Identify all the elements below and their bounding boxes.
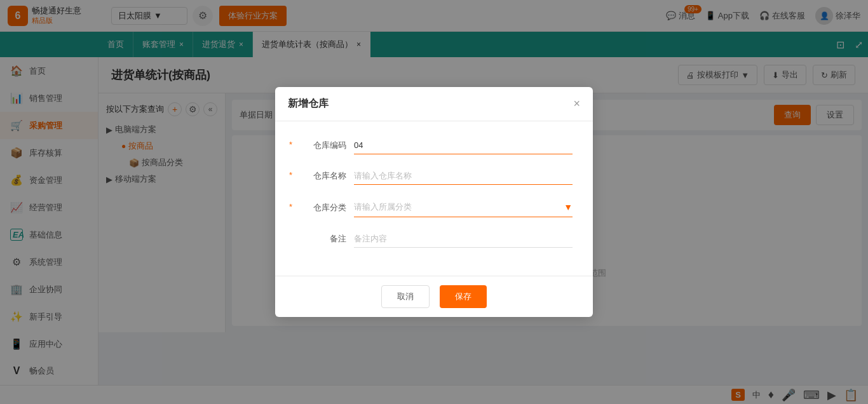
form-row-note: 备注 bbox=[295, 230, 573, 248]
form-row-category: 仓库分类 请输入所属分类 ▼ bbox=[295, 198, 573, 217]
modal-title: 新增仓库 bbox=[288, 97, 329, 111]
save-button[interactable]: 保存 bbox=[440, 285, 487, 308]
code-input[interactable] bbox=[354, 137, 573, 154]
chevron-down-icon: ▼ bbox=[564, 202, 573, 212]
note-label: 备注 bbox=[295, 233, 346, 245]
note-input[interactable] bbox=[354, 230, 573, 248]
name-input[interactable] bbox=[354, 167, 573, 185]
modal-footer: 取消 保存 bbox=[275, 276, 593, 317]
form-row-code: 仓库编码 bbox=[295, 137, 573, 154]
modal-header: 新增仓库 × bbox=[275, 87, 593, 121]
category-placeholder: 请输入所属分类 bbox=[354, 201, 564, 213]
category-label: 仓库分类 bbox=[295, 202, 346, 213]
modal-body: 仓库编码 仓库名称 仓库分类 请输入所属分类 ▼ 备注 bbox=[275, 121, 593, 276]
new-warehouse-modal: 新增仓库 × 仓库编码 仓库名称 仓库分类 请输入所属分类 ▼ 备注 取消 bbox=[275, 87, 593, 317]
name-label: 仓库名称 bbox=[295, 170, 346, 182]
category-select[interactable]: 请输入所属分类 ▼ bbox=[354, 198, 573, 217]
code-label: 仓库编码 bbox=[295, 140, 346, 151]
modal-close-button[interactable]: × bbox=[573, 97, 580, 111]
form-row-name: 仓库名称 bbox=[295, 167, 573, 185]
cancel-button[interactable]: 取消 bbox=[381, 285, 430, 308]
